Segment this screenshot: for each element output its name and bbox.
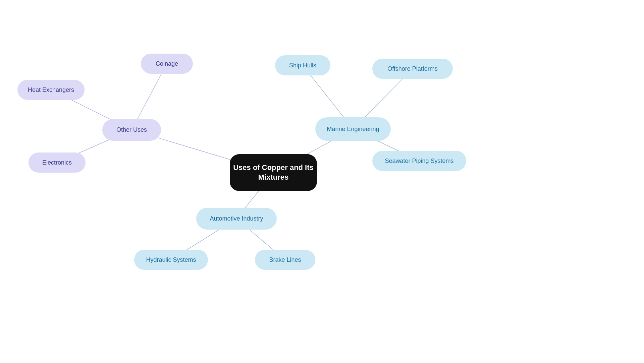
other-uses-node: Other Uses [102,119,161,141]
center-label: Uses of Copper and Its Mixtures [233,163,314,182]
heat-exchangers-node: Heat Exchangers [17,80,85,100]
automotive-industry-node: Automotive Industry [196,208,277,230]
coinage-node: Coinage [141,54,193,74]
coinage-label: Coinage [156,60,178,67]
electronics-label: Electronics [42,159,72,166]
ship-hulls-node: Ship Hulls [275,55,330,75]
other-uses-label: Other Uses [116,126,147,133]
marine-engineering-node: Marine Engineering [315,117,391,141]
brake-lines-label: Brake Lines [269,256,301,263]
electronics-node: Electronics [29,153,86,173]
offshore-platforms-label: Offshore Platforms [387,65,438,72]
automotive-industry-label: Automotive Industry [210,215,263,222]
brake-lines-node: Brake Lines [255,250,315,270]
ship-hulls-label: Ship Hulls [289,62,316,69]
seawater-piping-node: Seawater Piping Systems [372,151,466,171]
marine-engineering-label: Marine Engineering [327,126,379,133]
heat-exchangers-label: Heat Exchangers [28,86,74,94]
hydraulic-systems-label: Hydraulic Systems [146,256,196,263]
seawater-piping-label: Seawater Piping Systems [385,158,453,165]
center-node: Uses of Copper and Its Mixtures [230,154,317,191]
hydraulic-systems-node: Hydraulic Systems [134,250,208,270]
offshore-platforms-node: Offshore Platforms [372,59,453,79]
